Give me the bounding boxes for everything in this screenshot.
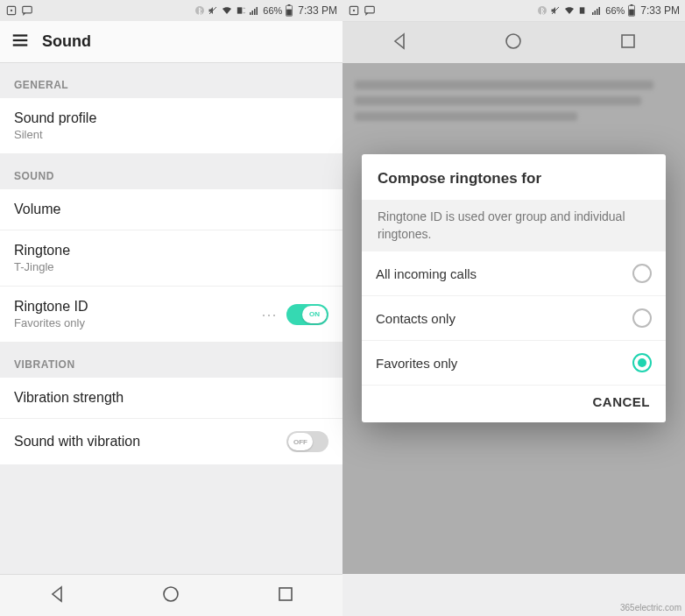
radio-icon bbox=[632, 353, 652, 372]
svg-point-16 bbox=[164, 587, 178, 601]
option-label: Favorites only bbox=[376, 356, 632, 371]
item-volume[interactable]: Volume bbox=[0, 189, 342, 230]
back-icon[interactable] bbox=[389, 31, 410, 55]
item-vibration-strength[interactable]: Vibration strength bbox=[0, 378, 342, 419]
section-sound: SOUND bbox=[0, 154, 342, 189]
item-title: Ringtone bbox=[14, 243, 328, 258]
option-contacts-only[interactable]: Contacts only bbox=[362, 296, 666, 341]
svg-rect-23 bbox=[580, 7, 585, 13]
notification-icon bbox=[5, 4, 18, 17]
svg-point-19 bbox=[353, 10, 355, 11]
toggle-knob: ON bbox=[302, 306, 327, 323]
battery-percentage: 66% bbox=[263, 5, 282, 16]
item-title: Vibration strength bbox=[14, 390, 328, 406]
home-icon[interactable] bbox=[503, 31, 524, 55]
radio-icon bbox=[632, 264, 652, 283]
svg-rect-27 bbox=[599, 7, 601, 15]
svg-point-31 bbox=[506, 34, 520, 48]
item-ringtone[interactable]: Ringtone T-Jingle bbox=[0, 230, 342, 287]
navigation-bar bbox=[342, 21, 685, 63]
cancel-button[interactable]: CANCEL bbox=[593, 394, 651, 409]
svg-rect-20 bbox=[365, 6, 375, 13]
toggle-sound-with-vibration[interactable]: OFF bbox=[286, 431, 328, 452]
item-title: Sound profile bbox=[14, 110, 328, 126]
svg-rect-2 bbox=[23, 6, 32, 13]
section-vibration: VIBRATION bbox=[0, 343, 342, 378]
data-icon bbox=[236, 5, 245, 16]
item-subtitle: T-Jingle bbox=[14, 260, 328, 273]
battery-icon bbox=[627, 4, 636, 17]
item-title: Volume bbox=[14, 202, 328, 217]
status-time: 7:33 PM bbox=[298, 4, 337, 17]
svg-rect-8 bbox=[254, 9, 256, 15]
svg-rect-25 bbox=[595, 11, 597, 15]
dialog-title: Compose ringtones for bbox=[362, 154, 666, 200]
chat-icon bbox=[21, 4, 33, 17]
svg-rect-30 bbox=[629, 10, 634, 16]
svg-rect-29 bbox=[631, 4, 633, 5]
wifi-icon bbox=[221, 5, 233, 16]
radio-icon bbox=[632, 308, 652, 328]
item-sound-profile[interactable]: Sound profile Silent bbox=[0, 98, 342, 154]
wifi-icon bbox=[563, 5, 576, 16]
svg-rect-17 bbox=[279, 588, 292, 600]
dialog-compose-ringtones: Compose ringtones for Ringtone ID is use… bbox=[362, 154, 666, 422]
dialog-info: Ringtone ID is used over group and indiv… bbox=[362, 200, 666, 251]
svg-rect-32 bbox=[622, 35, 634, 47]
svg-point-1 bbox=[11, 10, 12, 11]
notification-icon bbox=[348, 4, 360, 17]
screen-ringtone-dialog: 66% 7:33 PM ███████ Compose ringtones fo… bbox=[342, 0, 685, 616]
data-icon bbox=[578, 5, 588, 16]
item-sound-with-vibration[interactable]: Sound with vibration OFF bbox=[0, 419, 342, 464]
option-all-incoming[interactable]: All incoming calls bbox=[362, 251, 666, 296]
toggle-knob: OFF bbox=[288, 433, 313, 450]
bluetooth-icon bbox=[194, 5, 205, 16]
svg-point-3 bbox=[195, 6, 204, 15]
svg-point-21 bbox=[538, 6, 547, 15]
recents-icon[interactable] bbox=[275, 584, 296, 608]
option-favorites-only[interactable]: Favorites only bbox=[362, 341, 666, 386]
more-icon[interactable]: ⋯ bbox=[261, 305, 278, 324]
svg-rect-11 bbox=[288, 4, 291, 5]
svg-rect-6 bbox=[250, 12, 251, 15]
home-icon[interactable] bbox=[160, 584, 181, 608]
status-bar: 66% 7:33 PM bbox=[342, 0, 685, 21]
svg-rect-12 bbox=[286, 10, 292, 16]
svg-rect-5 bbox=[237, 7, 243, 13]
item-title: Ringtone ID bbox=[14, 299, 261, 315]
status-bar: 66% 7:33 PM bbox=[0, 0, 342, 21]
svg-rect-24 bbox=[592, 12, 594, 15]
section-general: GENERAL bbox=[0, 63, 342, 98]
svg-rect-7 bbox=[252, 11, 254, 15]
bluetooth-icon bbox=[537, 5, 547, 16]
svg-rect-9 bbox=[257, 7, 258, 15]
settings-list: GENERAL Sound profile Silent SOUND Volum… bbox=[0, 63, 342, 574]
toggle-ringtone-id[interactable]: ON bbox=[286, 304, 328, 325]
screen-sound-settings: 66% 7:33 PM Sound GENERAL Sound profile … bbox=[0, 0, 342, 616]
mute-icon bbox=[208, 5, 218, 16]
svg-rect-26 bbox=[597, 9, 598, 15]
status-time: 7:33 PM bbox=[640, 4, 680, 17]
navigation-bar bbox=[0, 574, 342, 616]
battery-percentage: 66% bbox=[605, 5, 625, 16]
battery-icon bbox=[285, 4, 293, 17]
item-subtitle: Favorites only bbox=[14, 316, 261, 329]
signal-icon bbox=[590, 5, 603, 16]
menu-icon[interactable] bbox=[11, 31, 30, 53]
mute-icon bbox=[550, 5, 561, 16]
item-subtitle: Silent bbox=[14, 128, 328, 141]
option-label: Contacts only bbox=[376, 311, 632, 326]
item-title: Sound with vibration bbox=[14, 434, 286, 450]
page-title: Sound bbox=[42, 32, 91, 51]
back-icon[interactable] bbox=[46, 584, 67, 608]
signal-icon bbox=[248, 5, 260, 16]
chat-icon bbox=[364, 4, 376, 17]
option-label: All incoming calls bbox=[376, 266, 632, 281]
recents-icon[interactable] bbox=[618, 31, 639, 55]
watermark: 365electric.com bbox=[620, 603, 681, 612]
item-ringtone-id[interactable]: Ringtone ID Favorites only ⋯ ON bbox=[0, 287, 342, 343]
action-bar: Sound bbox=[0, 21, 342, 63]
